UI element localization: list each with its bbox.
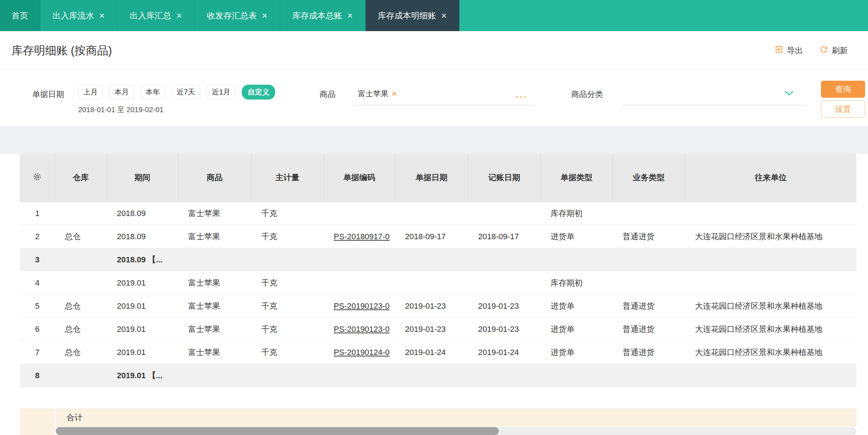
cell: 富士苹果 [178, 271, 251, 295]
product-select-field[interactable]: 富士苹果 × ··· [354, 83, 534, 105]
table-body: 12018.09富士苹果千克库存期初2总仓2018.09富士苹果千克PS-201… [20, 202, 856, 387]
tab-label: 出入库流水 [52, 10, 94, 21]
cell: 2018.09 [107, 202, 178, 225]
cell: 总仓 [55, 225, 107, 248]
quick-date-chip-0[interactable]: 上月 [78, 85, 103, 99]
tab-5[interactable]: 库存成本明细账× [366, 0, 459, 31]
cell [395, 271, 468, 295]
cell: 2018.09 [107, 225, 178, 248]
cell: 进货单 [540, 341, 612, 364]
cell: 富士苹果 [178, 202, 251, 225]
summary-cell: 2018.09 【... [55, 248, 856, 271]
chevron-down-icon[interactable] [784, 90, 794, 98]
cell: 富士苹果 [178, 341, 251, 364]
date-range-text: 2018-01-01 至 2019-02-01 [78, 105, 164, 115]
cell [468, 202, 540, 225]
column-header-5: 单据日期 [395, 154, 468, 202]
summary-cell: 2019.01 【... [55, 364, 856, 387]
quick-date-chip-4[interactable]: 近1月 [207, 85, 235, 99]
column-header-6: 记账日期 [468, 154, 540, 202]
category-filter-label: 商品分类 [571, 89, 603, 100]
table-row-1: 12018.09富士苹果千克库存期初 [20, 202, 856, 225]
cell: 2019-01-23 [395, 318, 468, 341]
cell: 2019.01 [107, 341, 178, 364]
cell: PS-20180917-0 [324, 225, 395, 248]
column-header-1: 期间 [107, 154, 178, 202]
category-select-field[interactable] [623, 83, 806, 105]
tab-close-icon[interactable]: × [441, 11, 447, 20]
doc-code-link[interactable]: PS-20190123-0 [334, 301, 389, 311]
column-header-7: 单据类型 [540, 154, 612, 202]
product-filter-label: 商品 [320, 89, 336, 100]
tab-4[interactable]: 库存成本总账× [280, 0, 366, 31]
cell: 千克 [251, 341, 324, 364]
doc-code-link[interactable]: PS-20180917-0 [334, 232, 389, 241]
row-number: 1 [20, 202, 55, 225]
column-settings-header [20, 154, 55, 202]
table-row-5: 5总仓2019.01富士苹果千克PS-20190123-02019-01-232… [20, 295, 856, 318]
page-header: 库存明细账 (按商品) 导出 刷新 [0, 31, 868, 70]
table-row-4: 42019.01富士苹果千克库存期初 [20, 271, 856, 295]
cell: 2018-09-17 [395, 225, 468, 248]
cell: 普通进货 [612, 225, 685, 248]
tab-close-icon[interactable]: × [99, 11, 105, 20]
quick-date-chip-2[interactable]: 本年 [140, 85, 165, 99]
product-tag: 富士苹果 × [358, 89, 397, 99]
horizontal-scrollbar-track[interactable] [56, 427, 856, 435]
tab-close-icon[interactable]: × [347, 11, 353, 20]
cell: 富士苹果 [178, 225, 251, 248]
cell [55, 202, 107, 225]
column-header-2: 商品 [178, 154, 251, 202]
cell: 2019-01-24 [395, 341, 468, 364]
product-tag-remove-icon[interactable]: × [392, 89, 397, 98]
cell [612, 271, 685, 295]
cell: 千克 [251, 225, 324, 248]
tab-label: 出入库汇总 [130, 10, 171, 21]
doc-code-link[interactable]: PS-20190124-0 [334, 348, 389, 357]
tab-label: 首页 [12, 10, 28, 21]
cell: 2019-01-23 [395, 295, 468, 318]
cell: 千克 [251, 271, 324, 295]
export-button[interactable]: 导出 [775, 45, 803, 56]
quick-date-chip-1[interactable]: 本月 [109, 85, 134, 99]
total-row-frozen-cell [20, 409, 55, 435]
tab-2[interactable]: 出入库汇总× [117, 0, 194, 31]
page-title: 库存明细账 (按商品) [12, 43, 112, 58]
refresh-label: 刷新 [832, 45, 848, 56]
refresh-button[interactable]: 刷新 [819, 45, 848, 56]
quick-date-chip-3[interactable]: 近7天 [172, 85, 200, 99]
horizontal-scrollbar-thumb[interactable] [56, 427, 499, 435]
cell: 大连花园口经济区景和水果种植基地 [685, 295, 856, 318]
gear-icon[interactable] [32, 174, 42, 183]
custom-date-chip[interactable]: 自定义 [242, 85, 275, 100]
row-number: 2 [20, 225, 55, 248]
export-label: 导出 [787, 45, 803, 56]
cell: 2019.01 [107, 295, 178, 318]
cell: 大连花园口经济区景和水果种植基地 [685, 318, 856, 341]
settings-button[interactable]: 设置 [821, 101, 865, 118]
cell: 总仓 [55, 295, 107, 318]
cell: 普通进货 [612, 341, 685, 364]
tab-0[interactable]: 首页 [0, 0, 40, 31]
cell [324, 271, 395, 295]
cell: 富士苹果 [178, 295, 251, 318]
column-header-8: 业务类型 [612, 154, 685, 202]
tab-1[interactable]: 出入库流水× [40, 0, 117, 31]
product-more-button[interactable]: ··· [516, 92, 528, 102]
query-button[interactable]: 查询 [821, 81, 865, 98]
tab-3[interactable]: 收发存汇总表× [194, 0, 280, 31]
cell: 库存期初 [540, 271, 612, 295]
product-tag-label: 富士苹果 [358, 89, 388, 99]
cell [324, 202, 395, 225]
cell [468, 271, 540, 295]
tab-bar: 首页出入库流水×出入库汇总×收发存汇总表×库存成本总账×库存成本明细账× [0, 0, 868, 31]
column-header-4: 单据编码 [324, 154, 395, 202]
table-row-6: 6总仓2019.01富士苹果千克PS-20190123-02019-01-232… [20, 318, 856, 341]
doc-code-link[interactable]: PS-20190123-0 [334, 325, 389, 334]
table-header-row: 仓库期间商品主计量单据编码单据日期记账日期单据类型业务类型往来单位 [20, 154, 856, 202]
tab-close-icon[interactable]: × [176, 11, 182, 20]
row-number: 7 [20, 341, 55, 364]
tab-close-icon[interactable]: × [262, 11, 267, 20]
cell: 大连花园口经济区景和水果种植基地 [685, 341, 856, 364]
row-number: 3 [20, 248, 55, 271]
